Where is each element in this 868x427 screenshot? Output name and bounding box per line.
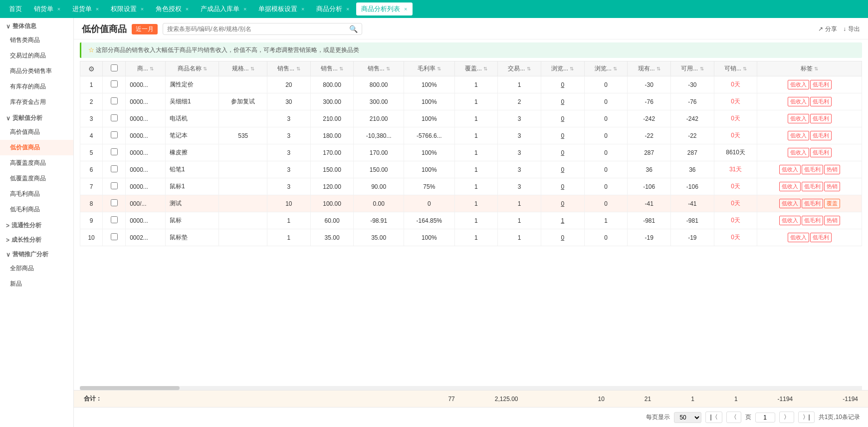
row-checkbox[interactable]: [111, 97, 118, 104]
sidebar-item-low-coverage[interactable]: 低覆盖度商品: [0, 171, 73, 186]
cell-browse1[interactable]: 0: [541, 93, 584, 110]
cell-browse1[interactable]: 0: [541, 127, 584, 144]
col-tags[interactable]: 标签 ⇅: [757, 61, 862, 76]
col-code[interactable]: 商... ⇅: [126, 61, 166, 76]
col-trade[interactable]: 交易... ⇅: [498, 61, 541, 76]
period-button[interactable]: 近一月: [132, 24, 158, 34]
col-checkbox[interactable]: [103, 61, 126, 76]
sidebar-group-marketing[interactable]: ∨ 营销推广分析: [0, 246, 73, 261]
browse-link[interactable]: 0: [561, 149, 564, 156]
scrollbar-thumb[interactable]: [80, 386, 180, 390]
export-button[interactable]: ↓ 导出: [843, 25, 860, 33]
settings-icon[interactable]: ⚙: [88, 65, 95, 73]
cell-browse1[interactable]: 0: [541, 195, 584, 212]
nav-home[interactable]: 首页: [4, 2, 27, 15]
nav-product-in[interactable]: 产成品入库单 ×: [196, 2, 251, 15]
col-sales1[interactable]: 销售... ⇅: [267, 61, 311, 76]
col-coverage[interactable]: 覆盖... ⇅: [454, 61, 498, 76]
select-all-checkbox[interactable]: [111, 64, 118, 71]
col-spec[interactable]: 规格... ⇅: [219, 61, 267, 76]
row-checkbox[interactable]: [111, 165, 118, 172]
cell-browse1[interactable]: 0: [541, 178, 584, 195]
cell-browse1[interactable]: 0: [541, 76, 584, 93]
col-sellable[interactable]: 可销... ⇅: [714, 61, 757, 76]
row-checkbox[interactable]: [111, 114, 118, 121]
cell-checkbox[interactable]: [103, 178, 126, 195]
col-browse2[interactable]: 浏览... ⇅: [584, 61, 628, 76]
close-icon[interactable]: ×: [346, 6, 349, 12]
browse-link[interactable]: 0: [561, 166, 564, 173]
close-icon[interactable]: ×: [404, 6, 407, 12]
col-available[interactable]: 可用... ⇅: [671, 61, 714, 76]
cell-checkbox[interactable]: [103, 229, 126, 246]
cell-browse1[interactable]: 0: [541, 229, 584, 246]
browse-link[interactable]: 0: [561, 183, 564, 190]
cell-browse1[interactable]: 0: [541, 110, 584, 127]
page-number-input[interactable]: [755, 413, 775, 423]
row-checkbox[interactable]: [111, 80, 118, 87]
browse-link[interactable]: 0: [561, 234, 564, 241]
nav-template[interactable]: 单据模板设置 ×: [253, 2, 309, 15]
sidebar-item-high-value[interactable]: 高价值商品: [0, 124, 73, 140]
col-current[interactable]: 现有... ⇅: [628, 61, 671, 76]
browse-link[interactable]: 0: [561, 200, 564, 207]
cell-checkbox[interactable]: [103, 93, 126, 110]
first-page-btn[interactable]: |〈: [705, 412, 722, 423]
prev-page-btn[interactable]: 〈: [726, 412, 741, 423]
search-input[interactable]: [167, 25, 347, 32]
col-browse1[interactable]: 浏览... ⇅: [541, 61, 584, 76]
sidebar-item-capital[interactable]: 库存资金占用: [0, 94, 73, 110]
sidebar-item-new-products[interactable]: 新品: [0, 276, 73, 292]
sidebar-group-growth[interactable]: > 成长性分析: [0, 232, 73, 246]
cell-browse1[interactable]: 1: [541, 212, 584, 229]
close-icon[interactable]: ×: [57, 6, 60, 12]
cell-checkbox[interactable]: [103, 144, 126, 161]
nav-sales-order[interactable]: 销货单 ×: [29, 2, 65, 15]
col-settings[interactable]: ⚙: [80, 61, 103, 76]
close-icon[interactable]: ×: [186, 6, 189, 12]
cell-browse1[interactable]: 0: [541, 161, 584, 178]
close-icon[interactable]: ×: [301, 6, 304, 12]
row-checkbox[interactable]: [111, 199, 118, 206]
sidebar-item-low-margin[interactable]: 低毛利商品: [0, 202, 73, 217]
sidebar-item-high-margin[interactable]: 高毛利商品: [0, 186, 73, 202]
search-icon[interactable]: 🔍: [349, 25, 358, 33]
sidebar-item-all-products[interactable]: 全部商品: [0, 261, 73, 276]
sidebar-group-overall[interactable]: ∨ 整体信息: [0, 18, 73, 32]
sidebar-item-high-coverage[interactable]: 高覆盖度商品: [0, 155, 73, 171]
col-name[interactable]: 商品名称 ⇅: [165, 61, 218, 76]
col-sales2[interactable]: 销售... ⇅: [310, 61, 354, 76]
nav-product-analysis[interactable]: 商品分析 ×: [311, 2, 354, 15]
cell-checkbox[interactable]: [103, 127, 126, 144]
cell-checkbox[interactable]: [103, 195, 126, 212]
nav-product-analysis-list[interactable]: 商品分析列表 ×: [356, 2, 412, 15]
last-page-btn[interactable]: 〉|: [798, 412, 815, 423]
sidebar-item-category-rate[interactable]: 商品分类销售率: [0, 63, 73, 79]
row-checkbox[interactable]: [111, 233, 118, 240]
share-button[interactable]: ↗ 分享: [818, 25, 837, 33]
row-checkbox[interactable]: [111, 131, 118, 138]
next-page-btn[interactable]: 〉: [779, 412, 794, 423]
row-checkbox[interactable]: [111, 148, 118, 155]
sidebar-item-low-value[interactable]: 低价值商品: [0, 140, 73, 155]
close-icon[interactable]: ×: [243, 6, 246, 12]
browse-link[interactable]: 0: [561, 98, 564, 105]
browse-link[interactable]: 0: [561, 132, 564, 139]
page-size-select[interactable]: 50 100 200: [674, 412, 701, 423]
col-margin[interactable]: 毛利率 ⇅: [404, 61, 455, 76]
sidebar-group-flow[interactable]: > 流通性分析: [0, 217, 73, 232]
cell-checkbox[interactable]: [103, 76, 126, 93]
browse-link[interactable]: 0: [561, 81, 564, 88]
col-sales3[interactable]: 销售... ⇅: [354, 61, 404, 76]
close-icon[interactable]: ×: [96, 6, 99, 12]
browse-link[interactable]: 1: [561, 217, 564, 224]
cell-checkbox[interactable]: [103, 212, 126, 229]
nav-permissions[interactable]: 权限设置 ×: [106, 2, 149, 15]
browse-link[interactable]: 0: [561, 115, 564, 122]
sidebar-item-traded[interactable]: 交易过的商品: [0, 48, 73, 63]
cell-checkbox[interactable]: [103, 161, 126, 178]
nav-role-auth[interactable]: 角色授权 ×: [151, 2, 194, 15]
sidebar-group-contribution[interactable]: ∨ 贡献值分析: [0, 110, 73, 124]
close-icon[interactable]: ×: [141, 6, 144, 12]
horizontal-scrollbar[interactable]: [80, 386, 862, 390]
